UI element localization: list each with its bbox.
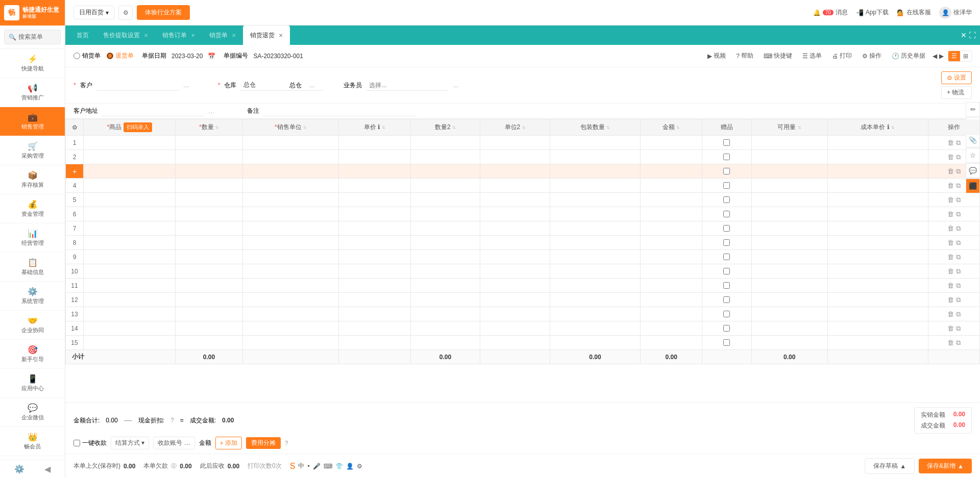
sales-unit-cell[interactable]: [242, 136, 338, 150]
search-menu-button[interactable]: 🔍 搜索菜单: [4, 30, 61, 44]
delete-row-btn[interactable]: 🗑: [947, 167, 954, 175]
address-more-btn[interactable]: …: [208, 108, 214, 115]
amount-cell[interactable]: [641, 136, 702, 150]
qty2-cell[interactable]: [410, 136, 480, 150]
one-click-pay-checkbox[interactable]: 一键收款: [74, 439, 107, 447]
discount-help-icon[interactable]: ?: [170, 417, 174, 424]
salesperson-more-btn[interactable]: …: [453, 82, 459, 89]
copy-row-btn[interactable]: ⧉: [956, 182, 961, 190]
add-row-btn-cell[interactable]: +: [66, 164, 84, 179]
product-cell[interactable]: [84, 136, 176, 150]
tab-sales-return[interactable]: 销货退货 ✕: [243, 26, 290, 45]
delete-row-btn[interactable]: 🗑: [947, 153, 954, 161]
right-icon-screen[interactable]: ⬛: [966, 179, 980, 193]
copy-row-btn[interactable]: ⧉: [956, 310, 961, 318]
radio-return[interactable]: 退货单: [107, 52, 134, 60]
delete-row-btn[interactable]: 🗑: [947, 253, 954, 261]
available-cell[interactable]: [751, 136, 827, 150]
sidebar-item-finance[interactable]: 💰 资金管理: [0, 194, 65, 223]
gift-checkbox[interactable]: [723, 139, 730, 146]
user-avatar-item[interactable]: 👤 徐泽华: [939, 7, 972, 19]
delete-row-btn[interactable]: 🗑: [947, 224, 954, 232]
copy-row-btn[interactable]: ⧉: [956, 253, 961, 261]
online-service-item[interactable]: 💁 在线客服: [897, 8, 931, 17]
collapse-btn[interactable]: ◀: [44, 464, 51, 474]
unit-price-cell[interactable]: [339, 136, 410, 150]
next-icon[interactable]: ▶: [939, 53, 944, 60]
tab-sales-delivery[interactable]: 销货单 ✕: [202, 26, 243, 45]
help-btn[interactable]: ? 帮助: [733, 50, 756, 62]
copy-row-btn[interactable]: ⧉: [956, 267, 961, 275]
sidebar-item-apps[interactable]: 📱 应用中心: [0, 369, 65, 398]
product-input-active[interactable]: [88, 168, 171, 175]
delete-row-btn[interactable]: 🗑: [947, 239, 954, 246]
add-payment-btn[interactable]: + 添加: [215, 437, 242, 449]
delete-row-btn[interactable]: 🗑: [947, 139, 954, 146]
copy-row-btn[interactable]: ⧉: [956, 282, 961, 290]
radio-return-input[interactable]: [107, 53, 113, 59]
sidebar-item-purchase[interactable]: 🛒 采购管理: [0, 136, 65, 165]
quantity-cell[interactable]: [176, 136, 243, 150]
copy-row-btn[interactable]: ⧉: [956, 224, 961, 233]
delete-row-btn[interactable]: 🗑: [947, 282, 954, 289]
gift-checkbox[interactable]: [723, 154, 730, 160]
breadcrumb-select[interactable]: 日用百货 ▾: [74, 6, 114, 19]
maximize-icon[interactable]: ⛶: [969, 31, 976, 39]
logistics-btn[interactable]: + 物流: [941, 86, 972, 99]
gift-checkbox[interactable]: [723, 168, 730, 174]
right-icon-edit[interactable]: ✏: [966, 102, 980, 117]
remark-input[interactable]: [263, 106, 416, 116]
tab-home[interactable]: 首页: [69, 26, 96, 45]
copy-row-btn[interactable]: ⧉: [956, 167, 961, 175]
tool3-icon[interactable]: 🎤: [313, 463, 321, 470]
copy-row-btn[interactable]: ⧉: [956, 296, 961, 304]
close-sales-delivery-icon[interactable]: ✕: [232, 33, 236, 38]
grid-view-btn[interactable]: ☰: [948, 51, 960, 61]
sidebar-item-enterprise[interactable]: 🤝 企业协同: [0, 311, 65, 340]
address-input[interactable]: [102, 106, 204, 116]
tool2-icon[interactable]: •: [307, 463, 309, 470]
close-price-setting-icon[interactable]: ✕: [144, 33, 148, 38]
operation-btn[interactable]: ⚙ 操作: [859, 50, 885, 62]
copy-row-btn[interactable]: ⧉: [956, 239, 961, 247]
prev-icon[interactable]: ◀: [933, 53, 937, 60]
sidebar-item-shortcut[interactable]: ⚡ 快捷导航: [0, 49, 65, 78]
shortcut-btn[interactable]: ⌨ 快捷键: [761, 50, 795, 62]
once-note-help[interactable]: ⓪: [171, 462, 177, 470]
col-settings[interactable]: ⚙: [66, 119, 84, 136]
salesperson-input[interactable]: [366, 80, 449, 91]
delete-row-btn[interactable]: 🗑: [947, 182, 954, 189]
list-view-btn[interactable]: ⊞: [960, 51, 971, 61]
unit2-cell[interactable]: [480, 136, 550, 150]
sidebar-item-guide[interactable]: 🎯 新手引导: [0, 340, 65, 369]
account-field[interactable]: 收款账号 …: [153, 437, 194, 449]
copy-row-btn[interactable]: ⧉: [956, 210, 961, 218]
expense-help-icon[interactable]: ?: [285, 440, 288, 447]
tool6-icon[interactable]: 👤: [346, 463, 354, 470]
delete-row-btn[interactable]: 🗑: [947, 210, 954, 218]
expense-split-btn[interactable]: 费用分摊: [246, 437, 281, 449]
sidebar-item-system[interactable]: ⚙️ 系统管理: [0, 282, 65, 311]
select-btn[interactable]: ☰ 选单: [799, 50, 825, 62]
settlement-method-select[interactable]: 结算方式 ▾: [111, 437, 149, 449]
experience-button[interactable]: 体验行业方案: [137, 5, 190, 20]
warehouse-more-btn[interactable]: …: [309, 82, 315, 89]
sidebar-item-inventory[interactable]: 📦 库存核算: [0, 165, 65, 194]
delete-row-btn[interactable]: 🗑: [947, 196, 954, 204]
right-icon-chat[interactable]: 💬: [966, 163, 980, 178]
app-download-item[interactable]: 📲 App下载: [856, 8, 889, 17]
customer-more-btn[interactable]: …: [183, 82, 189, 89]
header-settings-btn[interactable]: ⚙: [118, 6, 133, 20]
one-click-pay-input[interactable]: [74, 440, 80, 446]
delete-row-btn[interactable]: 🗑: [947, 324, 954, 332]
settings-action-btn[interactable]: ⚙ 设置: [941, 71, 972, 84]
account-more-icon[interactable]: …: [184, 439, 190, 446]
delete-row-btn[interactable]: 🗑: [947, 339, 954, 346]
copy-row-btn[interactable]: ⧉: [956, 153, 961, 161]
history-btn[interactable]: 🕐 历史单据: [889, 50, 928, 62]
tool1-icon[interactable]: 中: [298, 462, 304, 470]
sidebar-item-member[interactable]: 👑 畅会员: [0, 427, 65, 456]
sidebar-item-sales[interactable]: 💼 销售管理: [0, 107, 65, 136]
add-row-btn[interactable]: +: [70, 167, 79, 176]
tab-sales-order[interactable]: 销售订单 ✕: [155, 26, 202, 45]
